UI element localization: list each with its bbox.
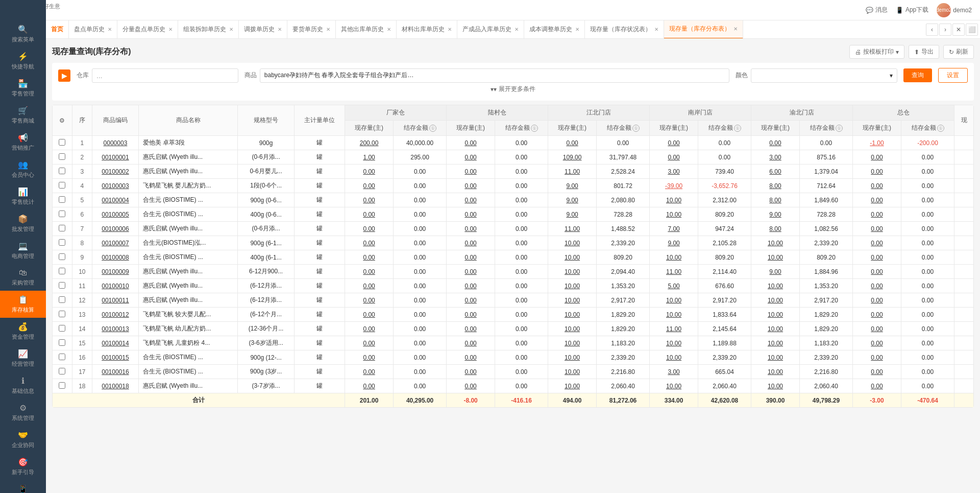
row-code[interactable]: 00100008	[92, 250, 138, 265]
sidebar-item-6[interactable]: 📊零售统计	[0, 183, 46, 210]
warehouse-input[interactable]: ...	[92, 68, 238, 83]
collapse-btn[interactable]: ▶	[58, 69, 70, 82]
tab-10[interactable]: 现存量（库存状况表）✕	[585, 20, 664, 39]
col-settings-header[interactable]: ⚙	[53, 105, 72, 136]
row-code[interactable]: 00100003	[92, 179, 138, 193]
row-checkbox[interactable]	[53, 165, 72, 179]
tab-prev-btn[interactable]: ‹	[926, 24, 938, 36]
sidebar-item-1[interactable]: ⚡快捷导航	[0, 48, 46, 75]
sidebar-item-12[interactable]: 📈经营管理	[0, 345, 46, 372]
row-checkbox[interactable]	[53, 136, 72, 150]
row-code[interactable]: 00100001	[92, 150, 138, 165]
message-btn[interactable]: 💬 消息	[866, 6, 888, 14]
row-code[interactable]: 00100010	[92, 279, 138, 293]
tab-8[interactable]: 产成品入库单历史✕	[457, 20, 524, 39]
tab-5[interactable]: 要货单历史✕	[287, 20, 336, 39]
expand-conditions-btn[interactable]: ▾▾ 展开更多条件	[58, 83, 968, 96]
sidebar-item-0[interactable]: 🔍搜索英单	[0, 20, 46, 48]
tab-close-all-btn[interactable]: ✕	[952, 24, 965, 36]
tab-next-btn[interactable]: ›	[939, 24, 951, 36]
user-area[interactable]: demo2 demo2	[937, 3, 972, 17]
sidebar-item-8[interactable]: 💻电商管理	[0, 237, 46, 264]
row-code[interactable]: 00100014	[92, 336, 138, 350]
tab-7[interactable]: 材料出库单历史✕	[397, 20, 457, 39]
row-checkbox[interactable]	[53, 236, 72, 250]
row-code[interactable]: 00100009	[92, 265, 138, 279]
setting-btn[interactable]: 设置	[938, 68, 968, 83]
sidebar-item-13[interactable]: ℹ基础信息	[0, 372, 46, 399]
tab-close-11[interactable]: ✕	[733, 26, 738, 32]
tab-close-10[interactable]: ✕	[654, 27, 658, 32]
tab-11[interactable]: 现存量（库存分布表）✕	[664, 20, 743, 39]
row-code[interactable]: 00100007	[92, 236, 138, 250]
row-checkbox[interactable]	[53, 336, 72, 350]
row-checkbox[interactable]	[53, 207, 72, 222]
tab-9[interactable]: 成本调整单历史✕	[524, 20, 585, 39]
sidebar-item-5[interactable]: 👥会员中心	[0, 156, 46, 183]
export-btn[interactable]: ⬆ 导出	[909, 45, 939, 59]
tab-0[interactable]: 首页	[46, 20, 69, 39]
row-code[interactable]: 00100016	[92, 365, 138, 379]
row-code[interactable]: 00100005	[92, 207, 138, 222]
tab-4[interactable]: 调拨单历史✕	[239, 20, 287, 39]
refresh-btn[interactable]: ↻ 刷新	[943, 45, 974, 59]
row-code[interactable]: 00100011	[92, 293, 138, 308]
row-code[interactable]: 00100013	[92, 322, 138, 336]
tab-close-4[interactable]: ✕	[278, 27, 282, 32]
row-code[interactable]: 00100002	[92, 165, 138, 179]
sidebar-item-15[interactable]: 🤝企业协同	[0, 426, 46, 453]
row-checkbox[interactable]	[53, 379, 72, 393]
lucuncao-amt-info[interactable]: ①	[531, 125, 538, 132]
sidebar-item-4[interactable]: 📢营销推广	[0, 129, 46, 156]
row-checkbox[interactable]	[53, 322, 72, 336]
tab-2[interactable]: 分量盘点单历史✕	[117, 20, 178, 39]
row-code[interactable]: 0000003	[92, 136, 138, 150]
tab-close-6[interactable]: ✕	[387, 27, 391, 32]
sidebar-item-16[interactable]: 🎯新手引导	[0, 453, 46, 480]
sidebar-item-14[interactable]: ⚙系统管理	[0, 399, 46, 426]
tab-3[interactable]: 组装拆卸单历史✕	[178, 20, 239, 39]
jiangbei-amt-info[interactable]: ①	[632, 125, 640, 132]
product-input[interactable]: babycare孕妇待产包 春季入院全套母子组合孕妇产后冬季月子用品 22件套 …	[260, 68, 729, 83]
tab-expand-btn[interactable]: ⬜	[966, 24, 978, 36]
row-code[interactable]: 00100004	[92, 193, 138, 207]
row-code[interactable]: 00100015	[92, 350, 138, 365]
row-checkbox[interactable]	[53, 250, 72, 265]
tab-1[interactable]: 盘点单历史✕	[69, 20, 117, 39]
tab-close-5[interactable]: ✕	[326, 27, 330, 32]
search-btn[interactable]: 查询	[903, 68, 932, 82]
row-code[interactable]: 00100006	[92, 222, 138, 236]
tab-close-1[interactable]: ✕	[108, 27, 112, 32]
tab-6[interactable]: 其他出库单历史✕	[336, 20, 397, 39]
sidebar-item-17[interactable]: 📱应用中心	[0, 480, 46, 493]
sidebar-item-9[interactable]: 🛍采购管理	[0, 264, 46, 291]
row-checkbox[interactable]	[53, 308, 72, 322]
row-checkbox[interactable]	[53, 365, 72, 379]
row-checkbox[interactable]	[53, 150, 72, 165]
row-checkbox[interactable]	[53, 265, 72, 279]
tab-close-3[interactable]: ✕	[229, 27, 233, 32]
nanan-amt-info[interactable]: ①	[734, 125, 741, 132]
tab-close-9[interactable]: ✕	[575, 27, 579, 32]
print-btn[interactable]: 🖨 按模板打印 ▾	[849, 45, 904, 59]
tab-close-8[interactable]: ✕	[514, 27, 519, 32]
row-checkbox[interactable]	[53, 293, 72, 308]
yubei-amt-info[interactable]: ①	[836, 125, 843, 132]
sidebar-item-3[interactable]: 🛒零售商城	[0, 102, 46, 129]
sidebar-item-11[interactable]: 💰资金管理	[0, 318, 46, 345]
color-input[interactable]: ▾	[751, 68, 897, 83]
row-code[interactable]: 00100018	[92, 379, 138, 393]
app-download-btn[interactable]: 📱 App下载	[896, 6, 928, 14]
row-code[interactable]: 00100012	[92, 308, 138, 322]
sidebar-item-2[interactable]: 🏪零售管理	[0, 75, 46, 102]
row-checkbox[interactable]	[53, 279, 72, 293]
row-checkbox[interactable]	[53, 193, 72, 207]
row-checkbox[interactable]	[53, 179, 72, 193]
row-checkbox[interactable]	[53, 222, 72, 236]
row-checkbox[interactable]	[53, 350, 72, 365]
sidebar-item-7[interactable]: 📦批发管理	[0, 210, 46, 237]
sidebar-item-10[interactable]: 📋库存核算	[0, 291, 46, 318]
tab-close-7[interactable]: ✕	[448, 27, 452, 32]
changjiacao-amt-info[interactable]: ①	[429, 125, 436, 132]
tab-close-2[interactable]: ✕	[168, 27, 173, 32]
